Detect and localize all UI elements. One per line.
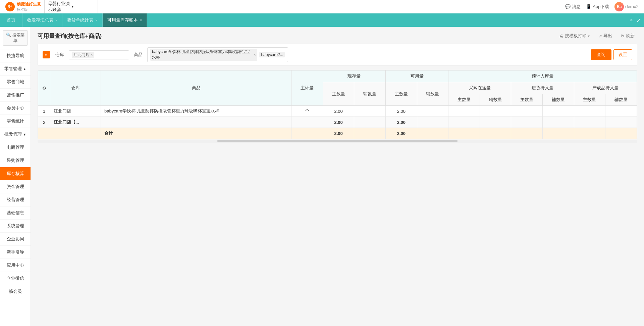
sidebar-item-retail-stats[interactable]: 零售统计 [0,115,31,128]
sidebar-item-retail-mgmt[interactable]: 零售管理 ▲ [0,62,31,76]
settings-header[interactable]: ⚙ [38,71,50,106]
sidebar-item-wechat[interactable]: 企业微信 [0,272,31,285]
warehouse-tag-remove[interactable]: × [91,53,93,57]
sidebar-item-ecommerce[interactable]: 电商管理 [0,141,31,154]
tab-inventory-close[interactable]: × [140,18,142,22]
incoming-header: 进货待入量 [511,82,574,94]
tab-collect-close[interactable]: × [55,18,57,22]
tenant-selector[interactable]: 母婴行业演示账套 ▾ [44,0,98,14]
sidebar-item-quick-nav[interactable]: 快捷导航 [0,49,31,62]
row-2-stock-sub [354,117,386,128]
scrollbar-thumb[interactable] [217,140,457,142]
forecast-header: 预计入库量 [448,71,637,82]
sidebar-item-basic[interactable]: 基础信息 [0,206,31,220]
logo: 好 畅捷通好生意 标准版 [5,1,41,12]
total-avail-sub [417,128,448,139]
row-2-in-main [511,117,543,128]
horizontal-scrollbar[interactable] [38,140,637,143]
print-button[interactable]: 🖨 按模板打印 ▾ [556,32,592,40]
settings-icon: ⚙ [42,86,46,91]
sidebar-item-collab[interactable]: 企业协同 [0,233,31,246]
total-stock-main: 2.00 [323,128,354,139]
top-bar-right: 💬 消息 📱 App下载 Ea demo2 [565,2,639,11]
product-label: 商品 [134,52,143,58]
total-in-main [511,128,543,139]
sidebar-item-newbie[interactable]: 新手引导 [0,246,31,259]
app-download-icon: 📱 [586,4,591,9]
message-icon: 💬 [565,4,571,9]
close-all-button[interactable]: × [630,17,633,23]
in-main-qty-header: 主数量 [511,94,543,106]
tab-order[interactable]: 要货单统计表 × [62,13,102,27]
row-2-index: 2 [38,117,50,128]
print-icon: 🖨 [559,34,564,39]
total-prod-sub [605,128,637,139]
refresh-button[interactable]: ↻ 刷新 [618,32,637,40]
export-button[interactable]: ↗ 导出 [596,32,615,40]
row-2-in-sub [543,117,574,128]
warehouse-input[interactable]: 江北门店 × ··· [69,50,129,59]
tab-collect[interactable]: 收发存汇总表 × [22,13,62,27]
row-1-product: babycare学饮杯 儿童防摔防撞吸管杯重力球吸嘴杯宝宝水杯 [101,106,291,117]
avatar: Ea [614,2,624,11]
chevron-down-icon: ▾ [72,5,94,8]
purchase-transit-header: 采购在途量 [448,82,511,94]
sidebar-item-stock[interactable]: 库存核算 [0,167,31,180]
warehouse-more[interactable]: ··· [96,52,100,57]
product-input[interactable]: babycare学饮杯 儿童防摔防撞吸管杯重力球吸嘴杯宝宝水杯 × babyca… [147,47,288,62]
stock-sub-header: 辅数量 [354,82,386,106]
print-chevron-icon: ▾ [588,34,590,38]
sidebar-item-member[interactable]: 会员中心 [0,102,31,115]
sidebar-item-appstore[interactable]: 应用中心 [0,259,31,272]
sidebar-item-operations[interactable]: 经营管理 [0,193,31,206]
data-table-wrap: ⚙ 仓库 商品 主计量 现存量 可用量 预计入库量 主数量 辅数量 主数量 辅数… [38,70,637,139]
sidebar-item-marketing[interactable]: 营销推广 [0,89,31,102]
tab-order-close[interactable]: × [95,18,97,22]
sidebar-item-finance[interactable]: 资金管理 [0,180,31,193]
row-2-pur-sub [480,117,511,128]
chevron-icon: ▲ [23,67,26,71]
avail-sub-header: 辅数量 [417,82,448,106]
total-label [38,128,101,139]
tab-home[interactable]: 首页 [0,13,22,27]
setting-button[interactable]: 设置 [613,49,632,60]
row-2-prod-main [574,117,605,128]
total-unit [291,128,323,139]
user-menu[interactable]: Ea demo2 [614,2,639,11]
total-avail-main: 2.00 [386,128,417,139]
row-2-avail-sub [417,117,448,128]
page-title: 可用量查询(按仓库+商品) [38,32,102,40]
row-1-unit: 个 [291,106,323,117]
pur-sub-qty-header: 辅数量 [480,94,511,106]
production-pending-header: 产成品待入量 [574,82,637,94]
top-bar-left: 好 畅捷通好生意 标准版 母婴行业演示账套 ▾ [5,0,98,14]
stock-main-header: 主数量 [323,82,354,106]
sidebar-item-retail-mall[interactable]: 零售商城 [0,76,31,89]
row-1-avail-sub [417,106,448,117]
query-button[interactable]: 查询 [591,49,611,60]
top-bar: 好 畅捷通好生意 标准版 母婴行业演示账套 ▾ 💬 消息 📱 App下载 Ea … [0,0,644,13]
logo-text: 畅捷通好生意 标准版 [17,1,41,12]
total-row: 合计 2.00 2.00 [38,128,637,139]
sidebar-item-purchase[interactable]: 采购管理 [0,154,31,167]
fullscreen-button[interactable]: ⤢ [636,17,641,24]
message-button[interactable]: 💬 消息 [565,4,581,10]
total-pur-main [448,128,480,139]
product-header: 商品 [101,71,291,106]
product-tag-1: babycare学饮杯 儿童防摔防撞吸管杯重力球吸嘴杯宝宝水杯 × [150,49,257,61]
warehouse-tag: 江北门店 × [72,52,94,58]
sidebar-item-wholesale-mgmt[interactable]: 批发管理 ▼ [0,128,31,141]
filter-expand-button[interactable]: » [43,51,50,58]
app-download-button[interactable]: 📱 App下载 [586,4,609,10]
row-2-prod-sub [605,117,637,128]
tab-inventory[interactable]: 可用量库存账本 × [103,13,147,27]
sidebar-item-vip[interactable]: 畅会员 [0,285,31,298]
search-icon: 🔍 [6,33,11,37]
product-tag-1-remove[interactable]: × [254,53,256,57]
sidebar-search-button[interactable]: 🔍 搜索菜单 [3,30,28,46]
refresh-icon: ↻ [621,34,625,39]
nav-actions: × ⤢ [627,13,644,27]
row-1-pur-main [448,106,480,117]
sidebar-item-system[interactable]: 系统管理 [0,220,31,233]
export-icon: ↗ [598,34,602,39]
